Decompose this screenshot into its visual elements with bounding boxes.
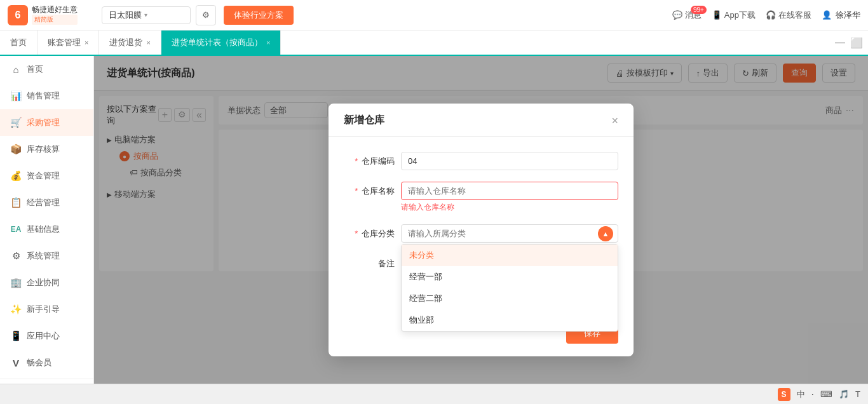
sidebar-label-system: 系统管理 [27,250,60,262]
tab-purchase-return-close-icon[interactable]: × [146,39,150,46]
keyboard-icon: ⌨ [820,389,832,399]
system-icon: ⚙ [10,250,22,262]
store-name: 日太阳膜 [109,10,142,21]
tab-accounts-close-icon[interactable]: × [85,39,88,46]
sidebar-item-inventory[interactable]: 📦 库存核算 [0,136,93,163]
warehouse-code-field-wrap [401,152,618,170]
sidebar-item-purchase[interactable]: 🛒 采购管理 [0,109,93,136]
gear-icon: ⚙ [202,10,210,20]
app-download-button[interactable]: 📱 App下载 [712,10,756,21]
dropdown-option-dept3[interactable]: 物业部 [402,309,618,331]
tab-home-label: 首页 [10,37,27,48]
modal-close-button[interactable]: × [611,115,618,126]
header-actions: 💬 消息 99+ 📱 App下载 🎧 在线客服 👤 徐泽华 [672,10,860,21]
dropdown-option-uncategorized[interactable]: 未分类 [402,245,618,266]
tab-spacer [281,30,830,55]
tab-maximize-icon[interactable]: ⬜ [850,37,863,49]
warehouse-name-error: 请输入仓库名称 [401,202,618,213]
notifications-button[interactable]: 💬 消息 99+ [672,10,702,21]
sidebar-label-inventory: 库存核算 [27,144,60,155]
notification-badge: 99+ [691,6,707,14]
user-icon: 👤 [822,10,832,20]
warehouse-name-input[interactable] [401,182,618,200]
username-label: 徐泽华 [836,10,860,21]
modal-header: 新增仓库 × [329,104,634,137]
trial-button[interactable]: 体验行业方案 [224,6,294,25]
sales-icon: 📊 [10,90,22,102]
message-icon: 💬 [672,10,682,20]
sidebar-item-apps[interactable]: 📱 应用中心 [0,323,93,349]
tab-purchase-return[interactable]: 进货退货 × [99,30,161,55]
tab-minimize-icon[interactable]: — [835,37,845,48]
warehouse-name-field-wrap: 请输入仓库名称 [401,182,618,213]
sidebar-label-apps: 应用中心 [27,330,60,342]
modal-title: 新增仓库 [344,114,384,127]
finance-icon: 💰 [10,170,22,182]
tab-home[interactable]: 首页 [0,30,37,55]
remark-label: 备注 [344,254,401,269]
online-service-label: 在线客服 [778,10,811,21]
sidebar-label-home: 首页 [27,64,43,75]
tab-purchase-return-label: 进货退货 [109,37,142,48]
tab-purchase-stats-close-icon[interactable]: × [266,39,270,46]
sidebar-item-home[interactable]: ⌂ 首页 [0,56,93,83]
modal-body: * 仓库编码 * 仓库名称 [329,137,634,316]
home-icon: ⌂ [10,64,22,75]
dropdown-option-dept2[interactable]: 经营二部 [402,288,618,309]
tab-accounts[interactable]: 账套管理 × [37,30,99,55]
sidebar-item-system[interactable]: ⚙ 系统管理 [0,243,93,269]
sidebar-label-enterprise: 企业协同 [27,277,60,288]
headset-icon: 🎧 [766,10,776,20]
inventory-icon: 📦 [10,144,22,155]
form-row-code: * 仓库编码 [344,152,618,170]
warehouse-code-input[interactable] [401,152,618,170]
sidebar-label-sales: 销售管理 [27,90,60,102]
sidebar-item-basic-info[interactable]: EA 基础信息 [0,216,93,243]
logo-area: 6 畅捷通好生意 精简版 [8,5,102,25]
sidebar-item-finance[interactable]: 💰 资金管理 [0,163,93,189]
online-service-button[interactable]: 🎧 在线客服 [766,10,811,21]
tab-purchase-stats[interactable]: 进货单统计表（按商品） × [161,30,281,55]
settings-button[interactable]: ⚙ [196,5,216,25]
warehouse-modal: 新增仓库 × * 仓库编码 [329,104,634,356]
user-menu-button[interactable]: 👤 徐泽华 [822,10,860,21]
basic-info-icon: EA [10,224,22,235]
sidebar-item-vip[interactable]: V 畅会员 [0,349,93,376]
sidebar-item-operations[interactable]: 📋 经营管理 [0,189,93,216]
vip-icon: V [10,357,22,368]
sidebar: ⌂ 首页 📊 销售管理 🛒 采购管理 📦 库存核算 💰 资金管理 📋 经营管理 … [0,56,94,404]
sidebar-item-sales[interactable]: 📊 销售管理 [0,83,93,109]
dropdown-option-dept1[interactable]: 经营一部 [402,266,618,288]
store-selector[interactable]: 日太阳膜 ▾ [102,6,191,24]
status-bar: S 中 · ⌨ 🎵 T [0,384,868,404]
modal-overlay: 新增仓库 × * 仓库编码 [94,56,868,404]
sidebar-label-vip: 畅会员 [27,357,51,368]
store-dropdown-arrow-icon: ▾ [144,11,147,18]
music-icon: 🎵 [839,389,849,399]
sidebar-item-enterprise[interactable]: 🏢 企业协同 [0,269,93,296]
enterprise-icon: 🏢 [10,277,22,288]
warehouse-category-label: * 仓库分类 [344,224,401,239]
s-brand-icon: S [778,388,790,401]
main-content: 进货单统计(按商品) 🖨 按模板打印 ▾ ↑ 导出 ↻ 刷新 查询 设置 [94,56,868,404]
warehouse-name-label: * 仓库名称 [344,182,401,197]
form-row-name: * 仓库名称 请输入仓库名称 [344,182,618,213]
top-header: 6 畅捷通好生意 精简版 日太阳膜 ▾ ⚙ 体验行业方案 💬 消息 99+ 📱 … [0,0,868,30]
tab-actions: — ⬜ [830,30,868,55]
sidebar-label-guide: 新手引导 [27,304,60,315]
warehouse-category-field-wrap: ▲ 未分类 经营一部 经营二部 物业部 [401,224,618,243]
purchase-icon: 🛒 [10,117,22,128]
app-download-label: App下载 [724,10,756,21]
phone-icon: 📱 [712,10,722,20]
warehouse-category-arrow-icon[interactable]: ▲ [598,226,613,241]
tab-bar: 首页 账套管理 × 进货退货 × 进货单统计表（按商品） × — ⬜ [0,30,868,56]
sidebar-label-finance: 资金管理 [27,170,60,182]
logo-name: 畅捷通好生意 [32,5,78,15]
warehouse-category-input[interactable] [401,224,618,243]
logo-badge: 精简版 [32,15,78,25]
form-row-category: * 仓库分类 ▲ 未分类 经营一部 经营二部 物业部 [344,224,618,243]
tab-accounts-label: 账套管理 [48,37,81,48]
app-logo-icon: 6 [8,5,28,25]
sidebar-item-guide[interactable]: ✨ 新手引导 [0,296,93,323]
apps-icon: 📱 [10,330,22,342]
